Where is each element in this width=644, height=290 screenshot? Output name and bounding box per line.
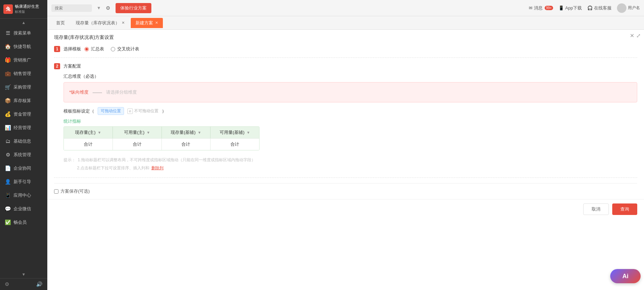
indicator-label-text: 模板指标设定（ bbox=[64, 108, 94, 114]
col1-chevron-icon[interactable]: ▼ bbox=[147, 130, 150, 135]
search-input[interactable] bbox=[51, 4, 92, 12]
col2-label: 现存量(基辅) bbox=[171, 129, 196, 136]
col3-chevron-icon[interactable]: ▼ bbox=[247, 130, 250, 135]
stats-title: 统计指标 bbox=[64, 118, 637, 124]
nodrag-badge: ⊘ 不可拖动位置 bbox=[127, 108, 158, 114]
briefcase-icon: 💼 bbox=[5, 71, 11, 77]
gift-icon: 🎁 bbox=[5, 57, 11, 63]
query-button[interactable]: 查询 bbox=[612, 203, 637, 215]
ai-bubble[interactable]: Ai bbox=[610, 269, 641, 283]
close-panel-btn[interactable]: ✕ bbox=[630, 32, 634, 39]
sidebar-item-finance[interactable]: 💰 资金管理 bbox=[0, 107, 47, 121]
sidebar-item-system[interactable]: ⚙ 系统管理 bbox=[0, 148, 47, 162]
radio-cross-input[interactable] bbox=[111, 47, 115, 51]
sidebar-item-newbie[interactable]: 👤 新手引导 bbox=[0, 175, 47, 189]
box-icon: 📦 bbox=[5, 98, 11, 104]
sidebar-nav: ☰ 搜索菜单 🏠 快捷导航 🎁 营销推广 💼 销售管理 🛒 采购管理 📦 库存核… bbox=[0, 26, 47, 270]
online-service-btn[interactable]: 🎧 在线客服 bbox=[587, 5, 612, 11]
tab-new-plan[interactable]: 新建方案 ✕ bbox=[131, 18, 163, 28]
money-icon: 💰 bbox=[5, 111, 11, 117]
tip-spacer bbox=[64, 164, 75, 172]
stats-header-cell-3: 可用量(基辅) ▼ bbox=[210, 127, 259, 138]
save-checkbox[interactable] bbox=[54, 189, 58, 194]
expand-panel-btn[interactable]: ⤢ bbox=[636, 32, 641, 39]
stats-header-cell-0: 现存量(主) ▼ bbox=[64, 127, 113, 138]
chat-icon: 💬 bbox=[5, 206, 11, 212]
dimension-config: 汇总维度（必选） *纵向维度 —— 请选择分组维度 模板指标设定（ 可拖动位置 … bbox=[64, 73, 637, 172]
sidebar-item-label: 系统管理 bbox=[14, 152, 31, 158]
tab-close-inventory[interactable]: ✕ bbox=[122, 21, 125, 25]
logo-text-block: 畅康通好生意 标准版 bbox=[15, 4, 39, 14]
gear-icon: ⚙ bbox=[5, 152, 11, 158]
topbar-gear-icon[interactable]: ⚙ bbox=[106, 5, 110, 11]
sidebar: 兔 畅康通好生意 标准版 ▲ ☰ 搜索菜单 🏠 快捷导航 🎁 营销推广 💼 销售… bbox=[0, 0, 47, 290]
content-area: ✕ ⤢ 现存量(库存状况表)方案设置 1 选择模板 汇总表 bbox=[47, 30, 644, 290]
col0-label: 现存量(主) bbox=[75, 129, 96, 136]
radio-summary-input[interactable] bbox=[84, 47, 89, 51]
tab-inventory-status[interactable]: 现存量（库存状况表） ✕ bbox=[71, 18, 129, 28]
message-icon: ✉ bbox=[529, 5, 532, 10]
drag-badge: 可拖动位置 bbox=[98, 107, 124, 115]
tabbar: 首页 现存量（库存状况表） ✕ 新建方案 ✕ bbox=[47, 16, 644, 30]
col0-chevron-icon[interactable]: ▼ bbox=[98, 130, 101, 135]
cancel-button[interactable]: 取消 bbox=[583, 203, 609, 215]
sidebar-item-basic-info[interactable]: 🗂 基础信息 bbox=[0, 135, 47, 148]
trial-industry-button[interactable]: 体验行业方案 bbox=[116, 3, 151, 13]
sidebar-item-sales[interactable]: 💼 销售管理 bbox=[0, 67, 47, 80]
dimension-arrow: —— bbox=[93, 90, 102, 95]
content-top-actions: ✕ ⤢ bbox=[630, 32, 641, 39]
sidebar-scroll-down[interactable]: ▼ bbox=[0, 270, 47, 278]
sidebar-item-label: 资金管理 bbox=[14, 111, 31, 117]
sidebar-item-search-menu[interactable]: ☰ 搜索菜单 bbox=[0, 26, 47, 40]
col3-label: 可用量(基辅) bbox=[220, 129, 245, 136]
check-icon: ✅ bbox=[5, 219, 11, 225]
new-plan-tab-label: 新建方案 bbox=[135, 20, 153, 26]
online-service-label: 在线客服 bbox=[594, 5, 612, 11]
sidebar-item-marketing[interactable]: 🎁 营销推广 bbox=[0, 53, 47, 67]
save-option-label: 方案保存(可选) bbox=[60, 188, 90, 194]
phone-icon: 📱 bbox=[5, 192, 11, 198]
step2-header: 2 方案配置 bbox=[54, 63, 637, 69]
col2-chevron-icon[interactable]: ▼ bbox=[198, 130, 201, 135]
scroll-down-btn[interactable]: ▼ bbox=[0, 272, 47, 277]
radio-cross[interactable]: 交叉统计表 bbox=[111, 46, 139, 52]
home-tab-label: 首页 bbox=[56, 20, 65, 26]
sidebar-item-purchase[interactable]: 🛒 采购管理 bbox=[0, 80, 47, 94]
sidebar-item-label: 基础信息 bbox=[14, 138, 31, 144]
app-download-btn[interactable]: 📱 App下载 bbox=[559, 5, 582, 11]
sidebar-item-enterprise[interactable]: 📄 企业协同 bbox=[0, 162, 47, 175]
tip-label: 提示： bbox=[64, 156, 76, 164]
search-menu-icon: ☰ bbox=[5, 30, 11, 36]
sidebar-item-inventory[interactable]: 📦 库存核算 bbox=[0, 94, 47, 107]
step2-title: 方案配置 bbox=[64, 63, 81, 69]
settings-icon[interactable]: ⚙ bbox=[5, 281, 9, 287]
tab-home[interactable]: 首页 bbox=[51, 18, 70, 28]
user-profile-btn[interactable]: 用户名 bbox=[617, 3, 640, 13]
speaker-icon[interactable]: 🔊 bbox=[36, 281, 43, 287]
stats-section: 统计指标 现存量(主) ▼ 可用量(主) ▼ bbox=[64, 118, 637, 150]
username-label: 用户名 bbox=[628, 5, 640, 11]
folder-icon: 🗂 bbox=[5, 138, 11, 144]
nodrag-icon: ⊘ bbox=[127, 108, 133, 114]
tab-close-new-plan[interactable]: ✕ bbox=[155, 21, 158, 25]
app-badge: 标准版 bbox=[15, 9, 39, 14]
sidebar-item-membership[interactable]: ✅ 畅会员 bbox=[0, 216, 47, 229]
stats-header-cell-2: 现存量(基辅) ▼ bbox=[162, 127, 211, 138]
sidebar-item-app-center[interactable]: 📱 应用中心 bbox=[0, 189, 47, 202]
app-download-label: App下载 bbox=[565, 5, 582, 11]
dimension-required-text: *纵向维度 bbox=[69, 89, 89, 95]
scroll-up-btn[interactable]: ▲ bbox=[0, 20, 47, 25]
sidebar-item-label: 库存核算 bbox=[14, 98, 31, 104]
sidebar-item-quick-nav[interactable]: 🏠 快捷导航 bbox=[0, 40, 47, 53]
message-btn[interactable]: ✉ 消息 99+ bbox=[529, 5, 553, 11]
search-chevron-icon[interactable]: ▼ bbox=[97, 5, 101, 10]
radio-summary[interactable]: 汇总表 bbox=[84, 46, 104, 52]
tip2-link[interactable]: 删除列 bbox=[151, 164, 164, 172]
save-option: 方案保存(可选) bbox=[54, 183, 637, 194]
template-radio-group: 汇总表 交叉统计表 bbox=[84, 46, 139, 52]
sidebar-item-wechat[interactable]: 💬 企业微信 bbox=[0, 202, 47, 216]
stats-data-row-0: 合计 合计 合计 合计 bbox=[64, 138, 259, 150]
phone-icon: 📱 bbox=[559, 5, 564, 10]
sidebar-scroll-up[interactable]: ▲ bbox=[0, 19, 47, 26]
sidebar-item-operations[interactable]: 📊 经营管理 bbox=[0, 121, 47, 135]
